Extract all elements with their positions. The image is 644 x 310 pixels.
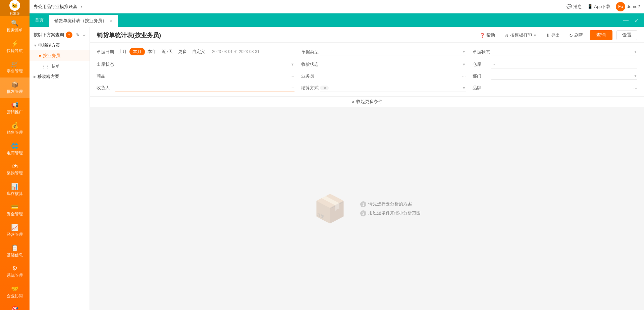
export-btn[interactable]: ⬇ 导出	[543, 31, 562, 40]
sidebar-item-shortcut[interactable]: ⚡ 快捷导航	[0, 37, 30, 57]
sidebar-item-purchase[interactable]: 🛍 采购管理	[0, 159, 30, 179]
topbar-dropdown-icon[interactable]: ▼	[80, 5, 83, 8]
schema-sub-order[interactable]: ⋮⋮ 按单	[30, 61, 90, 71]
lp-add-btn[interactable]: +	[66, 32, 72, 38]
outstatus-label: 出库状态	[97, 61, 115, 67]
empty-hint-item-2: 2 用过滤条件来缩小分析范围	[360, 210, 421, 216]
sidebar-item-search[interactable]: 🔍 搜索菜单	[0, 16, 30, 37]
tag-close-icon[interactable]: ×	[324, 86, 326, 90]
settings-button[interactable]: 设置	[616, 30, 637, 40]
filter-field-consignee: 收货人 ···	[97, 84, 294, 92]
hint-num-1: 1	[360, 201, 366, 207]
date-tab-more[interactable]: 更多	[175, 48, 190, 55]
empty-area: 📦 1 请先选择要分析的方案 2 用过滤条件来缩小分析范围	[90, 107, 644, 310]
brand-control[interactable]: ···	[491, 84, 637, 92]
tab-expand-btn[interactable]: ⤢	[632, 15, 641, 25]
doctype-control[interactable]: ▼	[320, 48, 466, 55]
docstatus-control[interactable]: ▼	[491, 48, 637, 55]
sidebar-item-stock[interactable]: 📊 库存核算	[0, 179, 30, 200]
sidebar-item-label: 快捷导航	[7, 48, 23, 54]
chevron-down-icon: ▼	[462, 86, 466, 90]
chevron-down-icon: ▼	[462, 50, 466, 54]
sidebar-item-marketing[interactable]: 📢 营销推广	[0, 98, 30, 118]
query-button[interactable]: 查询	[590, 30, 612, 40]
app-download-label: App下载	[594, 4, 610, 10]
help-btn[interactable]: ❓ 帮助	[477, 31, 498, 40]
date-tab-custom[interactable]: 自定义	[190, 48, 208, 55]
expand-arrow-icon: ▶	[34, 75, 36, 79]
consignee-control[interactable]: ···	[115, 84, 294, 92]
lp-refresh-btn[interactable]: ↻	[74, 32, 81, 38]
payment-control[interactable]: ▼	[320, 61, 466, 68]
sidebar-item-label: 零售管理	[7, 68, 23, 74]
filter-field-salesperson: 业务员 ···	[301, 72, 466, 80]
schema-group-desktop-label: 电脑端方案	[38, 42, 60, 48]
sidebar-logo: 🐱 标准版	[0, 0, 30, 16]
filter-field-outstatus: 出库状态 ▼	[97, 61, 294, 68]
left-panel-title: 按以下方案查询	[34, 32, 64, 38]
brand-label: 品牌	[473, 85, 491, 91]
cart-icon: 🛒	[11, 60, 18, 68]
card-icon: 💳	[11, 203, 18, 211]
sidebar-item-finance[interactable]: 💳 资金管理	[0, 200, 30, 220]
filter-field-payment: 收款状态 ▼	[301, 61, 466, 68]
hint-text-2: 用过滤条件来缩小分析范围	[368, 210, 421, 216]
department-control[interactable]: ▼	[491, 72, 637, 80]
date-tab-7days[interactable]: 近7天	[159, 48, 175, 55]
warehouse-label: 仓库	[473, 61, 491, 67]
outstatus-control[interactable]: ▼	[115, 61, 294, 68]
warehouse-control[interactable]: ···	[491, 60, 637, 68]
message-btn[interactable]: 💬 消息	[567, 4, 582, 10]
box-icon: 📦	[11, 81, 18, 88]
sidebar-item-newbie[interactable]: 🎯 新手引导	[0, 302, 30, 310]
refresh-btn[interactable]: ↻ 刷新	[567, 31, 586, 40]
app-title: 办公用品行业模拟账套	[34, 4, 77, 10]
filter-field-warehouse: 仓库 ···	[473, 60, 637, 68]
message-label: 消息	[573, 4, 582, 10]
sidebar-item-retail[interactable]: 🛒 零售管理	[0, 57, 30, 78]
sidebar-item-ecommerce[interactable]: 🌐 电商管理	[0, 139, 30, 159]
tab-home[interactable]: 首页	[30, 13, 49, 27]
tab-close-icon[interactable]: ✕	[109, 18, 113, 23]
schema-group-desktop-header[interactable]: ▼ 电脑端方案	[30, 40, 90, 50]
sidebar-item-basic[interactable]: 📋 基础信息	[0, 241, 30, 261]
lp-collapse-btn[interactable]: «	[83, 33, 86, 38]
empty-hint: 1 请先选择要分析的方案 2 用过滤条件来缩小分析范围	[360, 201, 421, 216]
chevron-down-icon: ▼	[291, 62, 294, 66]
tab-home-label: 首页	[35, 17, 44, 23]
schema-group-mobile-label: 移动端方案	[38, 73, 59, 80]
sidebar-item-system[interactable]: ⚙ 系统管理	[0, 261, 30, 282]
date-range-text: 2023-03-01 至 2023-03-31	[212, 49, 259, 55]
tab-stats[interactable]: 销货单统计表（按业务员） ✕	[49, 15, 118, 27]
template-print-btn[interactable]: 🖨 按模板打印 ▼	[502, 31, 539, 40]
settlement-control[interactable]: × ▼	[320, 84, 466, 92]
date-tab-thismonth[interactable]: 本月	[129, 48, 145, 55]
sidebar-item-enterprise[interactable]: 🤝 企业协同	[0, 282, 30, 302]
tab-minimize-btn[interactable]: —	[621, 15, 631, 25]
logo-text: 标准版	[10, 11, 20, 16]
sidebar-item-sales[interactable]: 💰 销售管理	[0, 118, 30, 139]
export-icon: ⬇	[546, 33, 550, 38]
sidebar-item-wholesale[interactable]: 📦 批发管理	[0, 78, 30, 98]
avatar-text: Ea	[618, 4, 623, 9]
schema-group-mobile-header[interactable]: ▶ 移动端方案	[30, 71, 90, 82]
left-panel: 按以下方案查询 + ↻ « ▼ 电脑端方案 按业务员 ⋮⋮ 按	[30, 27, 90, 310]
date-tab-lastmonth[interactable]: 上月	[115, 48, 129, 55]
lightning-icon: ⚡	[11, 40, 18, 47]
message-icon: 💬	[567, 4, 572, 9]
date-tab-thisyear[interactable]: 本年	[145, 48, 159, 55]
schema-group-desktop: ▼ 电脑端方案 按业务员 ⋮⋮ 按单	[30, 40, 90, 71]
sidebar-item-operation[interactable]: 📈 经营管理	[0, 220, 30, 241]
globe-icon: 🌐	[11, 142, 18, 150]
filter-field-department: 部门 ▼	[473, 72, 637, 80]
schema-item-salesperson[interactable]: 按业务员	[30, 50, 90, 61]
collapse-bar[interactable]: ∧ 收起更多条件	[90, 97, 644, 107]
salesperson-control[interactable]: ···	[320, 72, 466, 80]
date-control[interactable]: 上月 本月 本年 近7天 更多 自定义 2023-03-01 至 2023-03…	[115, 47, 294, 57]
docstatus-label: 单据状态	[473, 49, 491, 55]
user-btn[interactable]: Ea demo2	[616, 2, 640, 11]
app-download-btn[interactable]: 📱 App下载	[587, 4, 610, 10]
expand-arrow-icon: ▼	[34, 44, 37, 47]
search-icon: 🔍	[11, 19, 18, 27]
goods-control[interactable]: ···	[115, 72, 294, 80]
